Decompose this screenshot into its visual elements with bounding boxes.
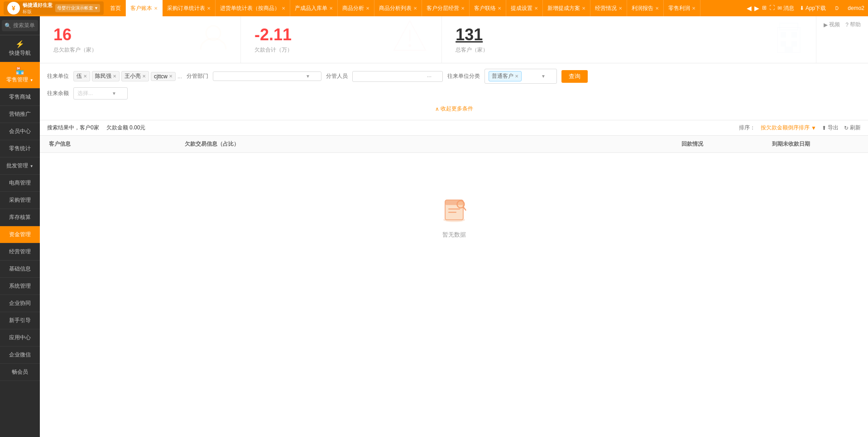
tab-close-icon[interactable]: ✕ xyxy=(582,6,585,11)
tab-customer-tier[interactable]: 客户分层经营 ✕ xyxy=(422,0,470,16)
sidebar-item-retail-mall[interactable]: 零售商城 xyxy=(0,89,40,106)
sidebar-item-enterprise-wechat[interactable]: 企业微信 xyxy=(0,347,40,364)
avatar[interactable]: D xyxy=(831,3,842,14)
tab-customer-ledger[interactable]: 客户账本 ✕ xyxy=(126,0,163,16)
tab-close-icon[interactable]: ✕ xyxy=(329,6,333,11)
help-link[interactable]: ? 帮助 xyxy=(845,21,861,28)
sidebar-item-beginner[interactable]: 新手引导 xyxy=(0,312,40,329)
stat-label-total: 总客户（家） xyxy=(456,46,488,54)
sidebar-item-ecommerce[interactable]: 电商管理 xyxy=(0,175,40,192)
account-dropdown[interactable]: 母婴行业演示帐套 ▼ xyxy=(55,4,100,12)
tab-new-commission[interactable]: 新增提成方案 ✕ xyxy=(543,0,590,16)
tab-retail-profit[interactable]: 零售利润 ✕ xyxy=(664,0,700,16)
category-tag-close[interactable]: ✕ xyxy=(515,74,518,79)
filter-row-1: 往来单位 伍 ✕ 陈民强 ✕ 王小亮 ✕ cjttcw xyxy=(47,69,861,84)
sidebar-item-basic-info[interactable]: 基础信息 xyxy=(0,261,40,278)
tab-purchase-order-stats[interactable]: 采购订单统计表 ✕ xyxy=(163,0,216,16)
tab-close-icon[interactable]: ✕ xyxy=(366,6,369,11)
refresh-icon: ↻ xyxy=(844,125,849,131)
category-label: 往来单位分类 xyxy=(447,72,480,80)
col-due-date: 到期未收款日期 xyxy=(770,140,861,148)
main-layout: 🔍 搜索菜单 ⚡ 快捷导航 🏪 零售管理 ▼ 零售商城 营销推广 会员中心 零售… xyxy=(0,16,868,437)
app-download-button[interactable]: ⬇ App下载 xyxy=(800,5,826,12)
nav-tabs-area: 首页 客户账本 ✕ 采购订单统计表 ✕ 进货单统计表（按商品） ✕ 产成品入库单… xyxy=(106,0,744,16)
filter-row-2: 往来余额 选择... ▼ xyxy=(47,87,861,100)
branch-dept-select[interactable]: ▼ xyxy=(213,71,321,81)
tab-home[interactable]: 首页 xyxy=(106,0,126,16)
tab-production-inbound[interactable]: 产成品入库单 ✕ xyxy=(290,0,338,16)
stat-card-customers: 16 总欠款客户（家） xyxy=(40,16,241,63)
balance-select[interactable]: 选择... ▼ xyxy=(73,87,128,100)
building-bg-icon xyxy=(771,19,807,61)
nav-next-icon[interactable]: ▶ xyxy=(753,5,760,12)
tab-close-icon[interactable]: ✕ xyxy=(655,6,659,11)
tab-goods-analysis[interactable]: 商品分析 ✕ xyxy=(338,0,374,16)
tab-profit-report[interactable]: 利润报告 ✕ xyxy=(627,0,664,16)
collapse-button[interactable]: ∧ 收起更多条件 xyxy=(435,105,473,113)
person-select[interactable]: ··· xyxy=(352,71,443,82)
tab-close-icon[interactable]: ✕ xyxy=(692,6,695,11)
sidebar-item-marketing[interactable]: 营销推广 xyxy=(0,106,40,123)
sidebar-item-wholesale[interactable]: 批发管理 ▼ xyxy=(0,157,40,175)
category-select[interactable]: 普通客户 ✕ ▼ xyxy=(484,69,557,84)
table-header: 客户信息 欠款交易信息（占比） 回款情况 到期未收款日期 xyxy=(40,136,868,153)
tab-close-icon[interactable]: ✕ xyxy=(207,6,211,11)
sidebar-item-finance[interactable]: 资金管理 xyxy=(0,226,40,243)
tab-goods-stats[interactable]: 进货单统计表（按商品） ✕ xyxy=(216,0,290,16)
sidebar-item-enterprise-collab[interactable]: 企业协同 xyxy=(0,295,40,312)
svg-rect-10 xyxy=(785,47,793,52)
sidebar-item-member[interactable]: 会员中心 xyxy=(0,123,40,140)
export-button[interactable]: ⬆ 导出 xyxy=(822,124,839,132)
tag-close-cjttcw[interactable]: ✕ xyxy=(169,74,173,79)
stat-card-debt: -2.11 欠款合计（万） xyxy=(241,16,442,63)
message-icon: ✉ xyxy=(777,5,782,11)
debt-bg-icon xyxy=(392,19,428,61)
debt-amount-label: 欠款金额 0.00元 xyxy=(106,124,146,132)
filter-more-button[interactable]: ... xyxy=(177,73,182,80)
sort-select[interactable]: 按欠款金额倒序排序 ▼ xyxy=(761,124,816,132)
sidebar-item-operations[interactable]: 经营管理 xyxy=(0,243,40,261)
search-menu-button[interactable]: 🔍 搜索菜单 xyxy=(2,20,38,31)
tab-close-icon[interactable]: ✕ xyxy=(534,6,538,11)
query-button[interactable]: 查询 xyxy=(561,70,588,83)
tab-close-icon[interactable]: ✕ xyxy=(461,6,465,11)
tab-close-icon[interactable]: ✕ xyxy=(154,6,158,11)
tag-close-wang[interactable]: ✕ xyxy=(142,74,146,79)
filter-area: 往来单位 伍 ✕ 陈民强 ✕ 王小亮 ✕ cjttcw xyxy=(40,63,868,120)
category-arrow-icon: ▼ xyxy=(541,74,546,79)
tab-operations[interactable]: 经营情况 ✕ xyxy=(590,0,627,16)
nav-arrows: ◀ ▶ ⊞ ⛶ xyxy=(746,5,776,12)
sidebar-item-system[interactable]: 系统管理 xyxy=(0,278,40,295)
tab-goods-analysis-list[interactable]: 商品分析列表 ✕ xyxy=(374,0,422,16)
tab-commission-settings[interactable]: 提成设置 ✕ xyxy=(506,0,543,16)
tab-close-icon[interactable]: ✕ xyxy=(413,6,417,11)
tab-close-icon[interactable]: ✕ xyxy=(498,6,501,11)
download-icon: ⬇ xyxy=(800,5,804,11)
message-button[interactable]: ✉ 消息 xyxy=(777,5,794,12)
tag-close-wu[interactable]: ✕ xyxy=(83,74,87,79)
sidebar-item-retail-stats[interactable]: 零售统计 xyxy=(0,140,40,157)
sidebar-item-inventory[interactable]: 库存核算 xyxy=(0,209,40,226)
sidebar-item-purchase[interactable]: 采购管理 xyxy=(0,192,40,209)
tab-customer-contact[interactable]: 客户联络 ✕ xyxy=(470,0,506,16)
tag-close-chen[interactable]: ✕ xyxy=(113,74,116,79)
sidebar-item-app-center[interactable]: 应用中心 xyxy=(0,329,40,347)
stat-number-debt: -2.11 xyxy=(254,25,292,44)
tab-close-icon[interactable]: ✕ xyxy=(619,6,622,11)
nav-expand-icon[interactable]: ⊞ xyxy=(761,5,767,12)
sidebar-item-quick-nav[interactable]: ⚡ 快捷导航 xyxy=(0,35,40,62)
tab-close-icon[interactable]: ✕ xyxy=(282,6,285,11)
stats-banner: 16 总欠款客户（家） -2.11 欠款合计（万） xyxy=(40,16,868,63)
svg-point-3 xyxy=(408,44,411,47)
sidebar-item-retail[interactable]: 🏪 零售管理 ▼ xyxy=(0,62,40,89)
content-area: 16 总欠款客户（家） -2.11 欠款合计（万） xyxy=(40,16,868,437)
nav-prev-icon[interactable]: ◀ xyxy=(746,5,753,12)
nav-fullscreen-icon[interactable]: ⛶ xyxy=(768,5,776,12)
logo-area[interactable]: ¥ 畅捷通好生意 标版 母婴行业演示帐套 ▼ xyxy=(4,1,104,15)
filter-tag-chen: 陈民强 ✕ xyxy=(92,71,120,81)
sidebar-item-chang-member[interactable]: 畅会员 xyxy=(0,364,40,381)
video-link[interactable]: ▶ 视频 xyxy=(824,21,840,28)
visit-unit-label: 往来单位 xyxy=(47,72,69,80)
refresh-button[interactable]: ↻ 刷新 xyxy=(844,124,861,132)
top-navbar: ¥ 畅捷通好生意 标版 母婴行业演示帐套 ▼ 首页 客户账本 ✕ 采购订单统计表… xyxy=(0,0,868,16)
